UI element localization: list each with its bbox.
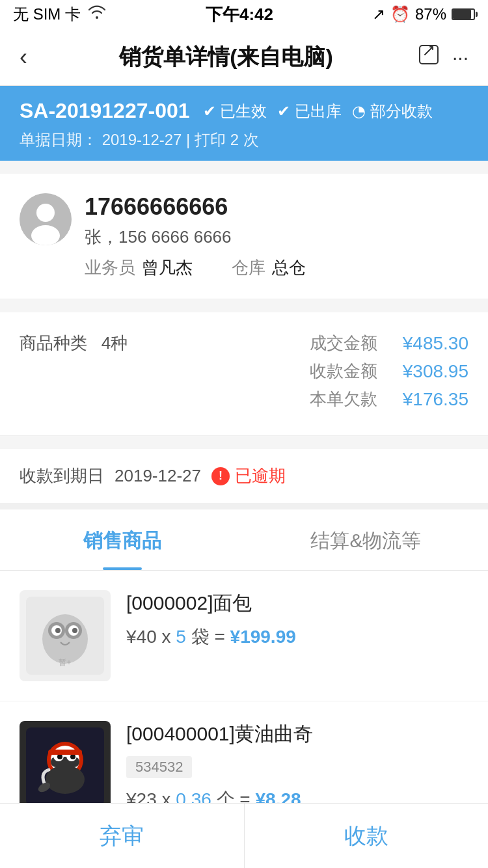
status-badges: ✔ 已生效 ✔ 已出库 ◔ 部分收款 [203,101,433,122]
print-separator: | 打印 [186,131,226,148]
status-left: 无 SIM 卡 [13,4,107,25]
badge-partial: ◔ 部分收款 [352,101,433,122]
location-icon: ↗ [372,5,385,23]
tabs: 销售商品 结算&物流等 [0,509,488,571]
product-name-2: [000400001]黄油曲奇 [126,721,468,748]
customer-name: 张，156 6666 6666 [85,226,468,249]
battery-text: 87% [415,5,446,23]
product-name-1: [0000002]面包 [126,590,468,617]
warehouse-label: 仓库 [232,256,265,279]
product-thumb-2 [20,721,111,812]
tab-settlement[interactable]: 结算&物流等 [244,509,488,570]
product-qty-1: 5 [176,627,186,647]
svg-point-3 [31,225,60,245]
print-count: 2 [230,131,239,148]
received-amount-value: ¥308.95 [390,361,468,382]
deal-amount-value: ¥485.30 [390,333,468,354]
sales-meta: 业务员 曾凡杰 [85,256,193,279]
svg-point-2 [36,204,55,222]
product-thumb-1: 暂+ [20,590,111,681]
back-button[interactable]: ‹ [13,37,34,77]
status-time: 下午4:42 [206,3,273,26]
due-label: 收款到期日 [20,465,104,487]
svg-point-21 [70,754,75,759]
svg-rect-22 [48,750,82,755]
product-list: 暂+ [0000002]面包 ¥40 x 5 袋 = ¥199.99 [0,571,488,832]
deal-amount-label: 成交金额 [310,332,377,355]
badge-effective: ✔ 已生效 [203,101,267,122]
avatar [20,193,72,245]
svg-rect-0 [420,46,438,64]
owed-amount-label: 本单欠款 [310,388,377,411]
summary-right: 成交金额 ¥485.30 收款金额 ¥308.95 本单欠款 ¥176.35 [310,332,468,416]
product-price-row-1: ¥40 x 5 袋 = ¥199.99 [126,625,468,649]
customer-phone: 17666666666 [85,193,468,221]
wifi-icon [87,5,107,23]
warehouse-meta: 仓库 总仓 [232,256,306,279]
cancel-review-button[interactable]: 弃审 [0,804,245,868]
sales-label: 业务员 [85,256,135,279]
due-date: 2019-12-27 [115,466,201,486]
bottom-bar: 弃审 收款 [0,803,488,868]
nav-actions: ··· [418,44,468,70]
svg-point-16 [46,765,85,794]
banner-row1: SA-20191227-001 ✔ 已生效 ✔ 已出库 ◔ 部分收款 [20,99,468,123]
svg-point-11 [72,628,77,633]
sales-person: 曾凡杰 [142,256,193,279]
svg-text:暂+: 暂+ [59,658,71,667]
product-info-2: [000400001]黄油曲奇 534532 ¥23 x 0.36 个 = ¥8… [126,721,468,812]
product-price-1: ¥40 [126,627,157,647]
svg-point-10 [55,628,61,633]
customer-info: 17666666666 张，156 6666 6666 业务员 曾凡杰 仓库 总… [85,193,468,279]
category-count: 4种 [102,333,128,353]
battery-icon [452,8,475,20]
summary-section: 商品种类 4种 成交金额 ¥485.30 收款金额 ¥308.95 本单欠款 ¥… [0,312,488,436]
overdue-badge: ! 已逾期 [211,465,286,487]
order-id: SA-20191227-001 [20,99,190,123]
overdue-icon: ! [211,467,230,485]
alarm-icon: ⏰ [390,5,410,23]
badge-shipped: ✔ 已出库 [277,101,342,122]
print-suffix: 次 [243,131,259,148]
customer-section: 17666666666 张，156 6666 6666 业务员 曾凡杰 仓库 总… [0,174,488,299]
page-title: 销货单详情(来自电脑) [34,42,418,72]
share-icon[interactable] [418,44,439,70]
category-label: 商品种类 [20,333,87,353]
customer-meta: 业务员 曾凡杰 仓库 总仓 [85,256,468,279]
overdue-label: 已逾期 [235,465,286,487]
nav-bar: ‹ 销货单详情(来自电脑) ··· [0,29,488,86]
owed-amount-value: ¥176.35 [390,389,468,410]
header-banner: SA-20191227-001 ✔ 已生效 ✔ 已出库 ◔ 部分收款 单据日期：… [0,86,488,161]
date-label: 单据日期： [20,131,98,148]
svg-point-20 [57,754,62,759]
due-section: 收款到期日 2019-12-27 ! 已逾期 [0,449,488,509]
deal-amount-row: 成交金额 ¥485.30 [310,332,468,355]
more-icon[interactable]: ··· [452,46,468,68]
warehouse-value: 总仓 [272,256,306,279]
received-amount-row: 收款金额 ¥308.95 [310,360,468,383]
product-sku-2: 534532 [126,756,192,778]
summary-left: 商品种类 4种 [20,332,128,355]
carrier-text: 无 SIM 卡 [13,4,81,25]
product-unit-1: 袋 [191,627,210,647]
svg-point-5 [42,614,88,664]
received-amount-label: 收款金额 [310,360,377,383]
order-date: 2019-12-27 [102,131,182,148]
product-total-1: ¥199.99 [230,627,296,647]
list-item: 暂+ [0000002]面包 ¥40 x 5 袋 = ¥199.99 [0,571,488,701]
owed-amount-row: 本单欠款 ¥176.35 [310,388,468,411]
banner-date-row: 单据日期： 2019-12-27 | 打印 2 次 [20,129,468,150]
collect-payment-button[interactable]: 收款 [245,804,489,868]
product-info-1: [0000002]面包 ¥40 x 5 袋 = ¥199.99 [126,590,468,649]
tab-sales-products[interactable]: 销售商品 [0,509,244,570]
status-right: ↗ ⏰ 87% [372,5,475,23]
status-bar: 无 SIM 卡 下午4:42 ↗ ⏰ 87% [0,0,488,29]
